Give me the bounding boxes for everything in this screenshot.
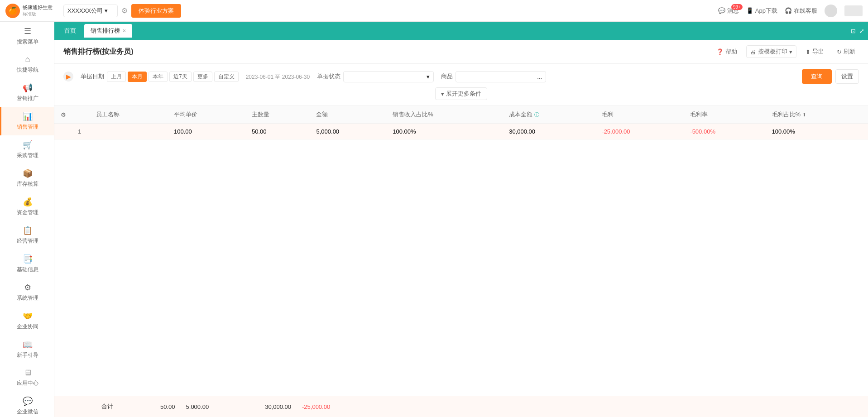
tab-window-buttons: ⊡ ⤢ [851,28,864,34]
filter-goods-item: 商品 ... [441,71,546,82]
headset-icon: 🎧 [785,7,792,14]
box-icon: 📦 [23,168,33,178]
book-icon: 📖 [23,340,33,350]
sidebar-item-apps[interactable]: 🖥 应用中心 [0,364,54,392]
print-button[interactable]: 🖨 按模板打印 ▾ [746,45,796,58]
company-selector[interactable]: XXXXXX公司 ▾ [63,5,118,17]
sidebar-item-label: 基础信息 [17,266,38,273]
col-profit-ratio: 毛利占比% ⬆ [767,106,868,124]
sidebar-item-nav[interactable]: ⌂ 快捷导航 [0,50,54,78]
status-select[interactable]: ▾ [343,71,434,82]
sidebar-item-label: 搜索菜单 [17,38,38,46]
settings-button[interactable]: 设置 [835,69,859,84]
col-quantity: 主数量 [246,106,311,124]
tab-close-icon[interactable]: × [123,28,126,34]
refresh-button[interactable]: ↻ 刷新 [833,46,859,58]
content-area: 首页 销售排行榜 × ⊡ ⤢ 销售排行榜(按业务员) ❓ 帮助 [54,22,868,417]
sidebar-item-system[interactable]: ⚙ 系统管理 [0,278,54,307]
service-label: 在线客服 [794,7,817,15]
print-label: 按模板打印 [758,48,787,56]
phone-icon: 📱 [746,7,753,14]
refresh-label: 刷新 [844,48,855,56]
sidebar-item-inventory[interactable]: 📦 库存核算 [0,164,54,192]
sidebar-item-guide[interactable]: 📖 新手引导 [0,335,54,364]
online-service[interactable]: 🎧 在线客服 [785,7,817,15]
footer-profit: -25,000.00 [297,402,336,412]
goods-filter-label: 商品 [441,72,453,81]
query-actions: 查询 设置 [802,69,859,84]
export-button[interactable]: ⬆ 导出 [802,46,828,58]
sidebar-item-label: 新手引导 [17,351,38,359]
sidebar-item-sales[interactable]: 📊 销售管理 [0,107,54,135]
date-btn-more[interactable]: 更多 [193,72,212,82]
row-settings-cell [54,124,72,140]
sidebar-item-label: 快捷导航 [17,66,38,74]
sidebar-item-purchase[interactable]: 🛒 采购管理 [0,135,54,164]
sidebar-item-label: 企业协同 [17,323,38,331]
row-amount-cell: 5,000.00 [311,124,387,140]
logo-icon: 🍊 [5,4,20,18]
minimize-icon[interactable]: ⊡ [851,28,856,34]
help-icon: ❓ [716,48,724,55]
table-row: 1 100.00 50.00 5,000.00 100.00% 30,000.0… [54,124,868,140]
settings-gear-icon[interactable]: ⚙ [121,6,128,15]
sidebar-item-search[interactable]: ☰ 搜索菜单 [0,22,54,50]
company-name: XXXXXX公司 [67,7,103,15]
cart-icon: 🛒 [23,140,33,150]
sidebar-item-wechat[interactable]: 💬 企业微信 [0,392,54,417]
sidebar-item-label: 应用中心 [17,379,38,387]
print-dropdown-icon: ▾ [789,48,792,55]
col-settings[interactable]: ⚙ [54,106,72,124]
sidebar: ☰ 搜索菜单 ⌂ 快捷导航 📢 营销推广 📊 销售管理 🛒 采购管理 📦 库存核… [0,22,54,417]
sidebar-item-basic-info[interactable]: 📑 基础信息 [0,249,54,278]
col-amount: 全额 [311,106,387,124]
date-range-text: 2023-06-01 至 2023-06-30 [246,73,310,81]
goods-select[interactable]: ... [456,71,546,82]
chat-bubble-icon: 💬 [23,396,33,406]
sidebar-item-enterprise[interactable]: 🤝 企业协同 [0,307,54,335]
tab-sales-ranking[interactable]: 销售排行榜 × [84,24,132,38]
row-avg-price-cell: 100.00 [168,124,246,140]
col-rank [72,106,91,124]
help-button[interactable]: ❓ 帮助 [713,46,741,58]
table-area: ⚙ 员工名称 平均单价 主数量 全额 销售收入占比% 成本全额 ⓘ 毛利 毛利率… [54,106,868,396]
query-button[interactable]: 查询 [802,69,832,84]
row-profit-ratio-cell: 100.00% [767,124,868,140]
col-cost: 成本全额 ⓘ [504,106,596,124]
money-icon: 💰 [23,197,33,207]
date-btn-7days[interactable]: 近7天 [169,72,192,82]
expand-more-button[interactable]: ▾ 展开更多条件 [435,87,487,100]
page-title: 销售排行榜(按业务员) [63,47,134,57]
megaphone-icon: 📢 [23,83,33,93]
date-btn-last-month[interactable]: 上月 [107,72,126,82]
row-quantity-cell: 50.00 [246,124,311,140]
expand-more-area: ▾ 展开更多条件 [63,87,859,100]
sidebar-item-marketing[interactable]: 📢 营销推广 [0,78,54,107]
sidebar-item-label: 资金管理 [17,209,38,216]
sidebar-item-label: 企业微信 [17,408,38,416]
app-download[interactable]: 📱 App下载 [746,7,777,15]
date-btn-this-month[interactable]: 本月 [128,72,147,82]
top-bar: 🍊 畅康通好生意 标准版 XXXXXX公司 ▾ ⚙ 体验行业方案 💬 消息 99… [0,0,868,22]
sidebar-item-operation[interactable]: 📋 经营管理 [0,221,54,249]
row-cost-cell: 30,000.00 [504,124,596,140]
maximize-icon[interactable]: ⤢ [859,28,864,34]
profit-sort-icon[interactable]: ⬆ [802,112,806,117]
message-icon[interactable]: 💬 消息 99+ [718,7,739,15]
sidebar-item-label: 经营管理 [17,237,38,245]
trial-button[interactable]: 体验行业方案 [131,4,181,18]
avatar[interactable] [825,5,837,17]
sidebar-item-label: 库存核算 [17,180,38,188]
sidebar-item-finance[interactable]: 💰 资金管理 [0,192,54,221]
date-btn-custom[interactable]: 自定义 [214,72,239,82]
filter-collapse-button[interactable]: ▶ [63,72,73,81]
monitor-icon: 🖥 [24,368,32,378]
col-profit-rate: 毛利率 [685,106,766,124]
row-rank-cell: 1 [72,124,91,140]
col-employee: 员工名称 [91,106,168,124]
tab-home[interactable]: 首页 [58,24,82,38]
expand-label: 展开更多条件 [446,90,481,98]
report-icon: 📋 [23,225,33,235]
footer-avg-price-placeholder [119,405,155,408]
date-btn-this-year[interactable]: 本年 [149,72,168,82]
